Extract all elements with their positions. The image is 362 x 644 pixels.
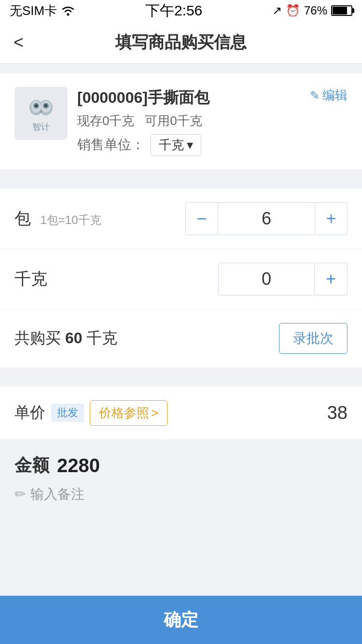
product-name: [0000006]手撕面包 [77,87,209,109]
dropdown-arrow-icon: ▾ [187,138,193,153]
product-thumbnail: 智计 [14,87,68,140]
kg-quantity-row: 千克 + [0,249,362,309]
location-icon: ↗ [272,4,282,17]
pack-quantity-control: − + [185,202,348,235]
summary-text: 共购买 60 千克 [14,328,117,349]
price-value: 38 [327,403,348,423]
status-carrier: 无SIM卡 [10,2,75,19]
batch-button[interactable]: 录批次 [279,323,348,354]
wifi-icon [61,5,75,16]
pack-label: 包 1包=10千克 [14,208,185,230]
amount-value: 2280 [57,455,100,476]
product-unit-row: 销售单位： 千克 ▾ [77,134,348,156]
amount-section: 金额 2280 ✏ 输入备注 [0,439,362,513]
amount-label: 金额 [14,454,49,477]
page-title: 填写商品购买信息 [115,31,247,54]
product-card: 智计 [0000006]手撕面包 ✎ 编辑 现存0千克 可用0千克 销售单位： … [0,73,362,169]
summary-row: 共购买 60 千克 录批次 [0,309,362,367]
divider-price [0,367,362,377]
pack-sub-label: 1包=10千克 [40,213,101,226]
edit-button[interactable]: ✎ 编辑 [310,87,348,104]
svg-point-0 [67,14,70,16]
svg-point-8 [44,104,47,107]
pack-plus-button[interactable]: + [315,202,348,235]
pack-minus-button[interactable]: − [185,202,218,235]
price-section: 单价 批发 价格参照 > 38 [0,387,362,439]
kg-quantity-input[interactable] [218,263,315,295]
price-ref-arrow-icon: > [151,406,158,420]
price-row: 单价 批发 价格参照 > 38 [14,400,348,426]
price-ref-button[interactable]: 价格参照 > [90,400,167,426]
price-label: 单价 [14,402,45,423]
remark-label: 输入备注 [30,485,84,504]
kg-label: 千克 [14,268,218,290]
product-thumb-label: 智计 [32,121,50,133]
status-bar: 无SIM卡 下午2:56 ↗ ⏰ 76% [0,0,362,21]
back-button[interactable]: < [14,32,24,53]
price-tag: 批发 [51,404,84,422]
product-logo-icon [26,94,56,119]
divider-mid [0,169,362,179]
product-info: [0000006]手撕面包 ✎ 编辑 现存0千克 可用0千克 销售单位： 千克 … [77,87,348,156]
quantity-section: 包 1包=10千克 − + 千克 + 共购买 60 千克 录批次 [0,189,362,367]
alarm-icon: ⏰ [286,4,300,17]
pack-quantity-input[interactable] [218,202,315,235]
kg-quantity-control: + [218,263,348,295]
battery-percent: 76% [304,4,327,17]
kg-plus-button[interactable]: + [315,263,348,295]
pack-quantity-row: 包 1包=10千克 − + [0,189,362,249]
remark-row[interactable]: ✏ 输入备注 [14,485,348,504]
confirm-button[interactable]: 确定 [0,596,362,644]
carrier-text: 无SIM卡 [10,2,57,19]
summary-amount: 60 [65,329,83,347]
amount-row: 金额 2280 [14,454,348,477]
pencil-icon: ✏ [14,486,26,502]
price-label-group: 单价 批发 价格参照 > [14,400,167,426]
status-time: 下午2:56 [145,1,202,21]
product-stock: 现存0千克 可用0千克 [77,112,348,129]
divider-top [0,64,362,73]
svg-point-7 [35,104,38,107]
nav-bar: < 填写商品购买信息 [0,21,362,64]
unit-select[interactable]: 千克 ▾ [151,134,201,156]
status-right: ↗ ⏰ 76% [272,4,352,17]
edit-icon: ✎ [310,89,320,102]
battery-icon [331,5,352,16]
